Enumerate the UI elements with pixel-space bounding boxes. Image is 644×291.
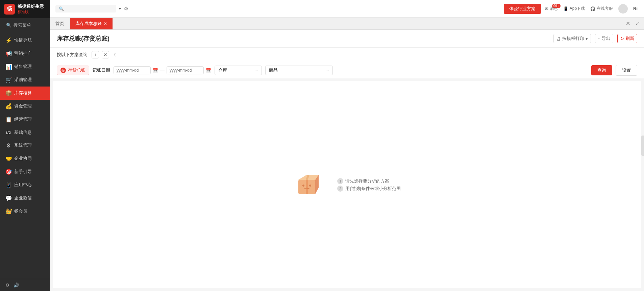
settings-btn[interactable]: 设置 (616, 65, 637, 76)
sidebar-item-cooperation[interactable]: 🤝 企业协同 (0, 152, 50, 165)
filter-add-btn[interactable]: + (92, 51, 99, 58)
empty-text: 1 请先选择要分析的方案 2 用[过滤]条件来缩小分析范围 (337, 177, 400, 193)
audio-footer-icon[interactable]: 🔊 (14, 283, 19, 288)
tab-home-label: 首页 (55, 21, 64, 26)
warehouse-label: 仓库 (218, 67, 227, 73)
sidebar-item-label: 销售管理 (14, 64, 32, 70)
refresh-btn[interactable]: ↻ 刷新 (617, 34, 637, 43)
empty-state: 1 请先选择要分析的方案 2 用[过滤]条件来缩小分析范围 (293, 168, 400, 202)
online-service-btn[interactable]: 🎧 在线客服 (590, 6, 613, 11)
filter-remove-btn[interactable]: ✕ (102, 51, 109, 58)
search-menu-btn[interactable]: 🔍 搜索菜单 (3, 21, 47, 30)
tab-controls: ✕ ⤢ (624, 20, 644, 27)
header-search-box[interactable]: 🔍 (55, 5, 116, 13)
sidebar-item-marketing[interactable]: 📢 营销推广 (0, 47, 50, 60)
wechat-icon: 💬 (5, 195, 11, 201)
header-dropdown[interactable]: ▾ (119, 6, 121, 11)
empty-icon (293, 168, 327, 202)
svg-rect-3 (306, 180, 308, 194)
sidebar-item-sales[interactable]: 📊 销售管理 (0, 60, 50, 73)
empty-box-svg (293, 168, 324, 198)
side-hint[interactable] (641, 136, 644, 156)
message-btn[interactable]: ✉ 消息 99+ (545, 6, 558, 11)
sidebar-item-inventory[interactable]: 📦 库存核算 (0, 87, 50, 100)
settings-footer-icon[interactable]: ⚙ (5, 283, 9, 288)
sidebar-item-finance[interactable]: 💰 资金管理 (0, 100, 50, 113)
tab-inventory-cost[interactable]: 库存成本总账 ✕ (70, 18, 113, 29)
sidebar-item-purchase[interactable]: 🛒 采购管理 (0, 73, 50, 87)
member-icon: 👑 (5, 208, 11, 215)
app-logo: 畅 畅捷通好生意 标准版 (0, 0, 50, 18)
tab-close-btn[interactable]: ✕ (624, 20, 631, 27)
finance-icon: 💰 (5, 103, 11, 110)
print-template-btn[interactable]: 🖨 按模板打印 ▾ (553, 34, 591, 43)
filter-label: 按以下方案查询 (57, 52, 88, 58)
header-right: ✉ 消息 99+ 📱 App下载 🎧 在线客服 Rit (545, 4, 639, 14)
tab-close-icon[interactable]: ✕ (104, 21, 107, 26)
goods-selector[interactable]: 商品 ··· (265, 66, 333, 75)
sidebar-item-wechat[interactable]: 💬 企业微信 (0, 192, 50, 205)
scheme-icon: 存 (60, 68, 66, 73)
page-title: 库存总账(存货总账) (57, 34, 109, 43)
guide-icon: 🎯 (5, 169, 11, 175)
warehouse-selector[interactable]: 仓库 ··· (215, 66, 262, 75)
sidebar-item-label: 新手引导 (14, 169, 32, 175)
inventory-icon: 📦 (5, 90, 11, 96)
sidebar-item-label: 畅会员 (14, 208, 27, 214)
export-btn[interactable]: ↑ 导出 (595, 34, 614, 43)
top-header: 🔍 ▾ ⚙ 体验行业方案 ✉ 消息 99+ 📱 App下载 🎧 在线客服 (50, 0, 644, 18)
print-icon: 🖨 (556, 36, 561, 41)
scheme-selector[interactable]: 存 存货总账 (57, 66, 89, 75)
step-1-num: 1 (337, 178, 343, 184)
app-version: 标准版 (18, 9, 44, 15)
hint-2: 用[过滤]条件来缩小分析范围 (345, 186, 400, 192)
sidebar-item-quick-nav[interactable]: ⚡ 快捷导航 (0, 34, 50, 47)
sales-icon: 📊 (5, 64, 11, 70)
tab-bar: 首页 库存成本总账 ✕ ✕ ⤢ (50, 18, 644, 30)
sidebar-search-area[interactable]: 🔍 搜索菜单 (0, 18, 50, 32)
sidebar-item-label: 采购管理 (14, 77, 32, 83)
main-content: 🔍 ▾ ⚙ 体验行业方案 ✉ 消息 99+ 📱 App下载 🎧 在线客服 (50, 0, 644, 291)
app-download-label: App下载 (570, 6, 585, 11)
hint-1: 请先选择要分析的方案 (345, 178, 389, 184)
filter-row: 存 存货总账 记账日期 📅 — 📅 仓库 ··· 商品 ··· (50, 62, 644, 78)
sidebar-item-system[interactable]: ⚙ 系统管理 (0, 139, 50, 152)
sidebar-item-basic[interactable]: 🗂 基础信息 (0, 126, 50, 139)
refresh-label: 刷新 (625, 35, 634, 42)
sidebar-item-operations[interactable]: 📋 经营管理 (0, 113, 50, 126)
header-gear-icon[interactable]: ⚙ (124, 5, 128, 12)
app-name: 畅捷通好生意 (18, 3, 44, 9)
filter-collapse-btn[interactable]: 《 (112, 52, 116, 58)
sidebar: 畅 畅捷通好生意 标准版 🔍 搜索菜单 ⚡ 快捷导航 📢 营销推广 📊 销售管理… (0, 0, 50, 291)
trial-btn[interactable]: 体验行业方案 (504, 4, 541, 14)
sidebar-item-app-center[interactable]: 📱 应用中心 (0, 178, 50, 192)
date-separator: — (160, 68, 165, 73)
calendar-end-icon[interactable]: 📅 (206, 68, 211, 73)
query-btn[interactable]: 查询 (591, 65, 612, 75)
phone-icon: 📱 (563, 6, 568, 11)
tab-inventory-cost-label: 库存成本总账 (75, 21, 102, 27)
logo-text: 畅捷通好生意 标准版 (18, 3, 44, 15)
tab-home[interactable]: 首页 (50, 18, 70, 29)
date-label: 记账日期 (93, 67, 110, 73)
export-icon: ↑ (598, 36, 600, 41)
footer-icons: ⚙ 🔊 (5, 283, 19, 288)
user-avatar[interactable] (618, 4, 628, 14)
goods-more-icon: ··· (325, 68, 329, 73)
sidebar-item-label: 资金管理 (14, 103, 32, 109)
purchase-icon: 🛒 (5, 77, 11, 83)
sidebar-nav: ⚡ 快捷导航 📢 营销推广 📊 销售管理 🛒 采购管理 📦 库存核算 💰 资金管… (0, 32, 50, 279)
date-end-input[interactable] (167, 66, 204, 74)
calendar-start-icon[interactable]: 📅 (153, 68, 158, 73)
sidebar-item-guide[interactable]: 🎯 新手引导 (0, 165, 50, 178)
svg-point-5 (302, 185, 304, 187)
sidebar-item-member[interactable]: 👑 畅会员 (0, 205, 50, 218)
sidebar-item-label: 基础信息 (14, 129, 32, 136)
date-start-input[interactable] (114, 66, 151, 74)
scheme-name: 存货总账 (68, 67, 85, 73)
app-download-btn[interactable]: 📱 App下载 (563, 6, 585, 11)
cooperation-icon: 🤝 (5, 155, 11, 162)
refresh-icon: ↻ (620, 36, 624, 41)
sidebar-item-label: 经营管理 (14, 116, 32, 122)
tab-expand-btn[interactable]: ⤢ (634, 20, 641, 27)
